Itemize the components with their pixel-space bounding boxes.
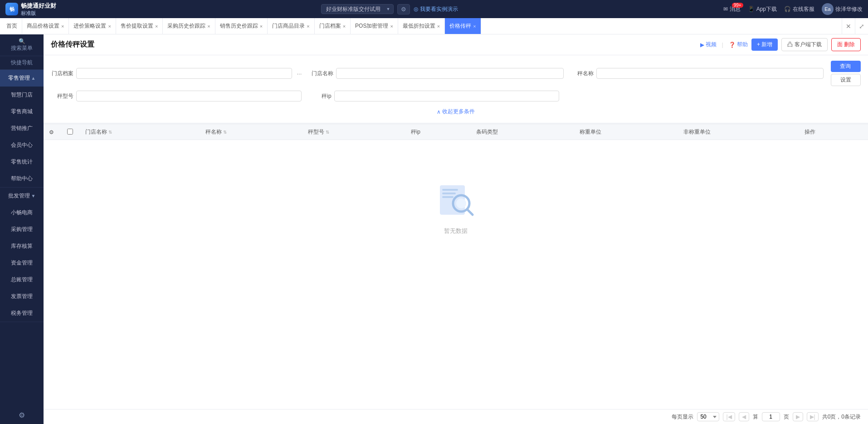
table-check-col[interactable] — [62, 125, 80, 140]
filter-scale-model-label: 秤型号 — [51, 92, 73, 100]
svg-rect-3 — [442, 196, 454, 198]
tab-pos-encrypt-close[interactable]: × — [390, 24, 393, 29]
tab-sales-history[interactable]: 销售历史价跟踪 × — [215, 18, 268, 34]
sidebar-item-purchase-mgmt[interactable]: 采购管理 — [0, 221, 44, 238]
tab-sale-extract-close[interactable]: × — [155, 24, 158, 29]
demo-link[interactable]: ◎ 我要看实例演示 — [414, 5, 458, 13]
sidebar-settings-btn[interactable]: ⚙ — [0, 406, 44, 424]
sidebar-item-retail-mgmt[interactable]: 零售管理 ▲ — [0, 70, 44, 87]
tab-commodity-price[interactable]: 商品价格设置 × — [22, 18, 69, 34]
sidebar-item-invoice[interactable]: 发票管理 — [0, 288, 44, 305]
demo-circle-icon: ◎ — [414, 6, 418, 12]
sidebar-item-smart-store[interactable]: 智慧门店 — [0, 87, 44, 103]
content-area: 价格传秤设置 ▶ 视频 | ❓ 帮助 + 新增 凸 客户端下载 面 删除 — [44, 34, 868, 424]
col-scale-model-sort-icon[interactable]: ⇅ — [326, 130, 329, 135]
col-store-name-sort-icon[interactable]: ⇅ — [108, 130, 112, 135]
tab-store-file[interactable]: 门店档案 × — [315, 18, 351, 34]
tab-purchase-history[interactable]: 采购历史价跟踪 × — [163, 18, 215, 34]
filter-scale-model-input[interactable] — [76, 91, 302, 101]
filter-store-file-dots[interactable]: ··· — [295, 70, 303, 77]
first-page-btn[interactable]: |◀ — [723, 412, 735, 421]
online-service-btn[interactable]: 🎧 在线客服 — [784, 5, 814, 13]
help-link[interactable]: ❓ 帮助 — [729, 41, 748, 48]
video-link[interactable]: ▶ 视频 — [700, 41, 717, 48]
sidebar-search[interactable]: 🔍 搜索菜单 — [0, 34, 44, 56]
tab-purchase-history-close[interactable]: × — [207, 24, 210, 29]
filter-store-name: 门店名称 — [311, 68, 563, 79]
sidebar-quick-nav[interactable]: 快捷导航 — [0, 56, 44, 70]
sidebar-section-wholesale: 批发管理 ▼ 小畅电商 采购管理 库存核算 资金管理 总账管理 发票管理 税 — [0, 188, 44, 322]
top-bar-right: ✉ 消息 99+ 📱 App下载 🎧 在线客服 Ea 徐泽华修改 — [723, 3, 863, 15]
user-menu-btn[interactable]: Ea 徐泽华修改 — [822, 3, 863, 15]
tab-expand-btn[interactable]: ⤢ — [855, 18, 868, 34]
tab-home[interactable]: 首页 — [2, 18, 22, 34]
tab-sale-extract-label: 售价提取设置 — [121, 22, 153, 30]
version-select[interactable]: 好业财标准版交付试用 — [321, 4, 394, 14]
table-settings-col[interactable]: ⚙ — [44, 125, 62, 140]
download-client-button[interactable]: 凸 客户端下载 — [781, 38, 827, 51]
page-size-label: 每页显示 — [672, 413, 693, 421]
table-wrapper: ⚙ 门店名称 ⇅ 秤名称 ⇅ — [44, 125, 868, 409]
tab-sale-extract[interactable]: 售价提取设置 × — [116, 18, 163, 34]
tab-sales-history-close[interactable]: × — [260, 24, 263, 29]
tab-min-discount[interactable]: 最低折扣设置 × — [398, 18, 445, 34]
select-all-checkbox[interactable] — [67, 129, 73, 135]
filter-store-name-input[interactable] — [336, 68, 563, 79]
tab-store-catalog-close[interactable]: × — [307, 24, 309, 29]
set-button[interactable]: 设置 — [831, 74, 861, 86]
page-size-select[interactable]: 10 20 50 100 — [697, 412, 719, 421]
sidebar-item-help-center[interactable]: 帮助中心 — [0, 170, 44, 187]
sidebar-quick-nav-label: 快捷导航 — [3, 59, 41, 67]
sidebar-item-wholesale-mgmt[interactable]: 批发管理 ▼ — [0, 188, 44, 204]
col-scale-name-sort-icon[interactable]: ⇅ — [223, 130, 227, 135]
logo-text: 畅 — [10, 6, 15, 13]
col-store-name: 门店名称 ⇅ — [80, 125, 200, 140]
sidebar-item-funds-label: 资金管理 — [11, 259, 33, 267]
collapse-btn[interactable]: ∧ 收起更多条件 — [437, 108, 475, 116]
data-table: ⚙ 门店名称 ⇅ 秤名称 ⇅ — [44, 125, 868, 271]
sidebar-item-inventory[interactable]: 库存核算 — [0, 238, 44, 255]
version-select-wrapper[interactable]: 好业财标准版交付试用 — [321, 4, 394, 14]
tab-pos-encrypt[interactable]: POS加密管理 × — [351, 18, 398, 34]
sidebar-section-retail: 零售管理 ▲ 智慧门店 零售商城 营销推广 会员中心 零售统计 帮助中心 — [0, 70, 44, 188]
filter-scale-ip-input[interactable] — [334, 91, 560, 101]
filter-store-file-input[interactable] — [76, 68, 292, 79]
col-barcode-type-label: 条码类型 — [476, 129, 498, 135]
tab-price-scale-close[interactable]: × — [473, 24, 476, 29]
col-scale-name-label: 秤名称 — [205, 129, 222, 135]
tab-close-btn[interactable]: ✕ — [842, 18, 855, 34]
empty-state-row: 暂无数据 — [44, 140, 868, 272]
sidebar-item-retail-stats[interactable]: 零售统计 — [0, 154, 44, 170]
demo-link-label: 我要看实例演示 — [420, 5, 458, 13]
messages-btn[interactable]: ✉ 消息 99+ — [723, 5, 741, 13]
tab-store-catalog[interactable]: 门店商品目录 × — [268, 18, 314, 34]
filter-scale-model: 秤型号 — [51, 91, 302, 101]
prev-page-btn[interactable]: ◀ — [739, 412, 749, 421]
svg-rect-2 — [442, 193, 456, 194]
sidebar-item-general-ledger[interactable]: 总账管理 — [0, 271, 44, 288]
last-page-btn[interactable]: ▶| — [807, 412, 819, 421]
tab-store-file-close[interactable]: × — [343, 24, 346, 29]
delete-button[interactable]: 面 删除 — [831, 38, 861, 51]
sidebar-item-member[interactable]: 会员中心 — [0, 137, 44, 154]
settings-icon-btn[interactable]: ⚙ — [397, 4, 410, 14]
tab-actions: ✕ ⤢ — [842, 18, 868, 34]
tab-commodity-price-close[interactable]: × — [61, 24, 64, 29]
tab-min-discount-close[interactable]: × — [437, 24, 440, 29]
tab-purchase-strategy-close[interactable]: × — [108, 24, 111, 29]
tab-price-scale[interactable]: 价格传秤 × — [445, 18, 481, 34]
sidebar-item-ecommerce[interactable]: 小畅电商 — [0, 204, 44, 221]
app-download-btn[interactable]: 📱 App下载 — [748, 5, 777, 13]
sidebar-item-tax[interactable]: 税务管理 — [0, 305, 44, 322]
table-settings-icon[interactable]: ⚙ — [49, 129, 54, 135]
next-page-btn[interactable]: ▶ — [793, 412, 803, 421]
sidebar-item-retail-mall[interactable]: 零售商城 — [0, 103, 44, 120]
query-button[interactable]: 查询 — [831, 61, 861, 72]
sidebar-item-marketing[interactable]: 营销推广 — [0, 120, 44, 137]
sidebar: 🔍 搜索菜单 快捷导航 零售管理 ▲ 智慧门店 零售商城 营销推广 会员中心 — [0, 34, 44, 424]
page-input[interactable] — [762, 412, 780, 421]
sidebar-item-funds[interactable]: 资金管理 — [0, 255, 44, 271]
tab-purchase-strategy[interactable]: 进价策略设置 × — [69, 18, 116, 34]
add-button[interactable]: + 新增 — [751, 39, 778, 51]
filter-scale-name-input[interactable] — [596, 68, 824, 79]
